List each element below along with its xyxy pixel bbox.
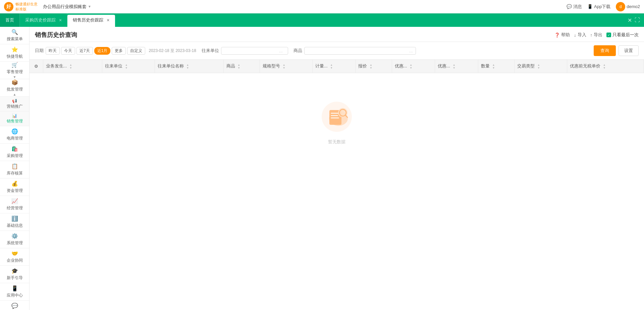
date-btn-last1m[interactable]: 近1月 bbox=[94, 47, 111, 55]
tab-bar-actions: ✕ ⛶ bbox=[624, 13, 644, 27]
basic-info-icon: ℹ️ bbox=[11, 215, 18, 222]
sidebar-item-operations[interactable]: 📈 经营管理 bbox=[0, 196, 29, 213]
settings-button[interactable]: 设置 bbox=[619, 45, 639, 56]
header-left: 好 畅捷通好生意 标准版 办公用品行业模拟账套 ▼ bbox=[4, 2, 94, 11]
template-selector[interactable]: 办公用品行业模拟账套 ▼ bbox=[40, 2, 94, 11]
finance-icon: 💰 bbox=[11, 180, 18, 187]
sidebar-item-app-center[interactable]: 📱 应用中心 bbox=[0, 283, 29, 301]
app-download-button[interactable]: 📱 App下载 bbox=[587, 4, 610, 10]
date-btn-today[interactable]: 今天 bbox=[61, 47, 75, 55]
wechat-icon: 💬 bbox=[11, 303, 18, 309]
sort-arrows-partner-name: ▲▼ bbox=[186, 63, 189, 69]
table-col-spec[interactable]: 规格型号 ▲▼ bbox=[260, 60, 313, 73]
table-col-goods[interactable]: 商品 ▲▼ bbox=[223, 60, 260, 73]
wholesale-mgmt-icon: 📦 bbox=[11, 79, 18, 86]
message-button[interactable]: 💬 消息 bbox=[567, 4, 582, 10]
tab-sales-history-close[interactable]: × bbox=[107, 17, 109, 23]
user-avatar: d bbox=[616, 2, 625, 11]
sidebar-item-marketing[interactable]: 📢 营销推广 bbox=[0, 97, 29, 111]
empty-state: 暂无数据 bbox=[30, 73, 644, 172]
sidebar-item-sales-mgmt[interactable]: 📊 销售管理 bbox=[0, 111, 29, 126]
sidebar-item-retail-mgmt[interactable]: 🛒 零售管理 ▼ bbox=[0, 62, 29, 79]
goods-input[interactable] bbox=[307, 48, 408, 53]
top-header: 好 畅捷通好生意 标准版 办公用品行业模拟账套 ▼ 💬 消息 📱 App下载 d… bbox=[0, 0, 644, 13]
enterprise-icon: 🤝 bbox=[11, 250, 18, 257]
table-col-quote[interactable]: 报价 ▲▼ bbox=[356, 60, 392, 73]
template-dropdown-arrow: ▼ bbox=[88, 5, 91, 8]
goods-input-wrap[interactable]: ... bbox=[304, 47, 416, 55]
export-icon: ↑ bbox=[590, 33, 593, 38]
empty-state-text: 暂无数据 bbox=[328, 139, 345, 145]
import-button[interactable]: ↓ 导入 bbox=[574, 32, 586, 38]
sidebar-item-purchase-mgmt[interactable]: 🛍️ 采购管理 bbox=[0, 144, 29, 161]
partner-filter-group: 往来单位 ... bbox=[202, 47, 288, 55]
sort-arrows-discount2: ▲▼ bbox=[453, 63, 455, 69]
header-right: 💬 消息 📱 App下载 d demo2 bbox=[567, 2, 640, 11]
help-button[interactable]: ❓ 帮助 bbox=[554, 32, 570, 38]
marketing-icon: 📢 bbox=[12, 99, 17, 103]
sidebar-item-quick-nav[interactable]: ⭐ 快捷导航 bbox=[0, 44, 29, 62]
tab-purchase-history[interactable]: 采购历史价跟踪 × bbox=[20, 13, 67, 27]
sort-arrows-goods: ▲▼ bbox=[237, 63, 240, 69]
purchase-mgmt-icon: 🛍️ bbox=[11, 146, 18, 152]
sidebar-item-inventory[interactable]: 📋 库存核算 bbox=[0, 161, 29, 178]
date-buttons: 昨天 今天 近7天 近1月 更多 自定义 bbox=[46, 47, 145, 55]
message-icon: 💬 bbox=[567, 4, 572, 9]
partner-input[interactable] bbox=[224, 48, 278, 53]
table-col-settings[interactable]: ⚙ bbox=[30, 60, 43, 73]
sort-arrows-discount1: ▲▼ bbox=[410, 63, 412, 69]
table-col-discount1[interactable]: 优惠... ▲▼ bbox=[392, 60, 435, 73]
date-range-text: 2023-02-18 至 2023-03-18 bbox=[149, 48, 196, 54]
operations-icon: 📈 bbox=[11, 198, 18, 204]
tab-sales-history[interactable]: 销售历史价跟踪 × bbox=[67, 15, 115, 27]
sidebar-item-ecommerce[interactable]: 🌐 电商管理 bbox=[0, 126, 29, 144]
checkbox-checked-icon: ✓ bbox=[606, 33, 611, 37]
sidebar-item-system[interactable]: ⚙️ 系统管理 bbox=[0, 231, 29, 248]
query-button[interactable]: 查询 bbox=[594, 45, 616, 56]
retail-mgmt-icon: 🛒 bbox=[11, 62, 18, 68]
retail-mgmt-arrow: ▼ bbox=[13, 75, 16, 79]
sidebar-item-finance[interactable]: 💰 资金管理 bbox=[0, 178, 29, 196]
table-col-unit[interactable]: 计量... ▲▼ bbox=[312, 60, 356, 73]
sidebar-item-basic-info[interactable]: ℹ️ 基础信息 bbox=[0, 213, 29, 231]
sidebar-item-search-menu[interactable]: 🔍 搜索菜单 bbox=[0, 27, 29, 44]
tab-purchase-history-close[interactable]: × bbox=[59, 17, 62, 23]
only-last-checkbox[interactable]: ✓ 只看最后一次 bbox=[606, 32, 639, 38]
partner-input-wrap[interactable]: ... bbox=[221, 47, 288, 55]
user-menu[interactable]: d demo2 bbox=[616, 2, 640, 11]
export-button[interactable]: ↑ 导出 bbox=[590, 32, 603, 38]
import-icon: ↓ bbox=[574, 33, 576, 38]
table-col-trade-type[interactable]: 交易类型 ▲▼ bbox=[515, 60, 567, 73]
date-btn-more[interactable]: 更多 bbox=[112, 47, 126, 55]
sidebar-item-wechat[interactable]: 💬 企业微信 bbox=[0, 301, 29, 310]
sort-arrows-pretax-price: ▲▼ bbox=[603, 63, 606, 69]
sidebar-item-wholesale-mgmt[interactable]: 📦 批发管理 ▲ bbox=[0, 79, 29, 97]
tab-close-all-button[interactable]: ✕ bbox=[628, 17, 632, 23]
sales-mgmt-icon: 📊 bbox=[12, 113, 17, 118]
guide-icon: 🎓 bbox=[11, 268, 18, 274]
sort-arrows-spec: ▲▼ bbox=[283, 63, 285, 69]
table-col-biz-date[interactable]: 业务发生... ▲▼ bbox=[43, 60, 102, 73]
app-icon: 📱 bbox=[587, 4, 593, 9]
table-col-pretax-price[interactable]: 优惠前无税单价 ▲▼ bbox=[567, 60, 644, 73]
data-table: ⚙ 业务发生... ▲▼ 往来单位 ▲▼ 往来单位名称 ▲▼ bbox=[30, 60, 644, 73]
filter-bar: 日期 昨天 今天 近7天 近1月 更多 自定义 2023-02-18 至 202… bbox=[30, 42, 644, 60]
sort-arrows-partner: ▲▼ bbox=[125, 63, 128, 69]
tab-expand-button[interactable]: ⛶ bbox=[635, 17, 640, 23]
sort-arrows-quote: ▲▼ bbox=[370, 63, 372, 69]
gear-icon: ⚙ bbox=[34, 64, 38, 69]
date-btn-custom[interactable]: 自定义 bbox=[127, 47, 145, 55]
tab-bar: 首页 采购历史价跟踪 × 销售历史价跟踪 × ✕ ⛶ bbox=[0, 13, 644, 27]
sidebar-item-enterprise[interactable]: 🤝 企业协同 bbox=[0, 248, 29, 266]
page-title: 销售历史价查询 bbox=[35, 31, 77, 39]
table-col-partner[interactable]: 往来单位 ▲▼ bbox=[102, 60, 155, 73]
sidebar-item-guide[interactable]: 🎓 新手引导 bbox=[0, 266, 29, 283]
date-btn-yesterday[interactable]: 昨天 bbox=[46, 47, 60, 55]
tab-home[interactable]: 首页 bbox=[0, 13, 20, 27]
sidebar: 🔍 搜索菜单 ⭐ 快捷导航 🛒 零售管理 ▼ 📦 批发管理 ▲ 📢 营销推广 📊… bbox=[0, 27, 30, 310]
sort-arrows-biz-date: ▲▼ bbox=[69, 63, 72, 69]
table-col-partner-name[interactable]: 往来单位名称 ▲▼ bbox=[155, 60, 223, 73]
table-col-discount2[interactable]: 优惠... ▲▼ bbox=[435, 60, 478, 73]
table-col-quantity[interactable]: 数量 ▲▼ bbox=[478, 60, 514, 73]
date-btn-last7[interactable]: 近7天 bbox=[76, 47, 93, 55]
